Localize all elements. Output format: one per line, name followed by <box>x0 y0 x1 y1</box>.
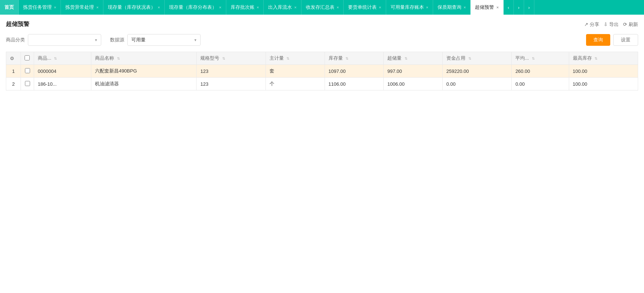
nav-label-order-stats: 要货单统计表 <box>348 4 377 11</box>
cell-max-0: 100.00 <box>569 65 638 78</box>
nav-close-overstock[interactable]: × <box>496 5 498 10</box>
sort-icon-max: ⇅ <box>594 56 597 60</box>
cell-num-1: 2 <box>6 78 21 90</box>
data-table: ⚙ 商品... ⇅ 商品名称 ⇅ 规格型号 ⇅ 主计量 <box>6 52 638 90</box>
nav-label-exception: 拣货异常处理 <box>65 4 94 11</box>
nav-item-inout-flow[interactable]: 出入库流水 × <box>264 0 301 15</box>
nav-label-overstock: 超储预警 <box>475 4 494 11</box>
col-max[interactable]: 最高库存 ⇅ <box>569 52 638 65</box>
nav-item-summary[interactable]: 收发存汇总表 × <box>301 0 344 15</box>
page-title: 超储预警 <box>6 21 29 28</box>
col-settings[interactable]: ⚙ <box>6 52 21 65</box>
col-capital[interactable]: 资金占用 ⇅ <box>443 52 512 65</box>
select-all-checkbox[interactable] <box>25 55 30 60</box>
nav-item-available-book[interactable]: 可用量库存账本 × <box>386 0 433 15</box>
category-select-arrow: ▾ <box>95 38 97 42</box>
col-spec[interactable]: 规格型号 ⇅ <box>197 52 266 65</box>
nav-label-batch-account: 库存批次账 <box>231 4 255 11</box>
nav-item-home[interactable]: 首页 <box>0 0 19 15</box>
settings-button[interactable]: 设置 <box>613 34 638 46</box>
cell-code-1: 186-10... <box>34 78 91 90</box>
nav-label-task-mgmt: 拣货任务管理 <box>23 4 52 11</box>
cell-max-1: 100.00 <box>569 78 638 90</box>
cell-num-0: 1 <box>6 65 21 78</box>
col-stock[interactable]: 库存量 ⇅ <box>325 52 384 65</box>
gear-icon: ⚙ <box>10 56 14 61</box>
cell-overstock-1: 1006.00 <box>384 78 443 90</box>
col-max-label: 最高库存 <box>573 55 592 61</box>
query-button[interactable]: 查询 <box>586 34 610 46</box>
nav-item-expiry[interactable]: 保质期查询 × <box>433 0 471 15</box>
nav-close-expiry[interactable]: × <box>464 5 466 10</box>
cell-spec-0: 123 <box>197 65 266 78</box>
col-name[interactable]: 商品名称 ⇅ <box>91 52 197 65</box>
refresh-button[interactable]: ⟳ 刷新 <box>623 21 638 28</box>
nav-close-task-mgmt[interactable]: × <box>54 5 56 10</box>
nav-close-inout-flow[interactable]: × <box>294 5 296 10</box>
row-checkbox-0[interactable] <box>25 68 30 73</box>
sort-icon-avg: ⇅ <box>532 56 535 60</box>
nav-close-available-book[interactable]: × <box>426 5 428 10</box>
sort-icon-capital: ⇅ <box>468 56 471 60</box>
nav-close-exception[interactable]: × <box>96 5 98 10</box>
table-header-row: ⚙ 商品... ⇅ 商品名称 ⇅ 规格型号 ⇅ 主计量 <box>6 52 638 65</box>
nav-prev-arrow[interactable]: ‹ <box>504 0 514 15</box>
nav-more-arrow[interactable]: › <box>524 0 534 15</box>
nav-item-exception[interactable]: 拣货异常处理 × <box>61 0 103 15</box>
nav-item-task-mgmt[interactable]: 拣货任务管理 × <box>19 0 61 15</box>
nav-close-stock-dist[interactable]: × <box>219 5 221 10</box>
nav-item-batch-account[interactable]: 库存批次账 × <box>226 0 264 15</box>
nav-label-available-book: 可用量库存账本 <box>391 4 424 11</box>
nav-item-stock-dist[interactable]: 现存量（库存分布表） × <box>165 0 226 15</box>
col-code-label: 商品... <box>38 55 51 61</box>
col-avg-label: 平均... <box>515 55 529 61</box>
table-body: 1 0000004 六配套新昌490BPG 123 套 1097.00 997.… <box>6 65 638 90</box>
cell-overstock-0: 997.00 <box>384 65 443 78</box>
nav-item-overstock[interactable]: 超储预警 × <box>471 0 503 15</box>
cell-capital-0: 259220.00 <box>443 65 512 78</box>
export-icon: ⇩ <box>604 22 608 27</box>
col-spec-label: 规格型号 <box>200 55 219 61</box>
share-label: 分享 <box>590 21 599 28</box>
col-unit-label: 主计量 <box>270 55 284 61</box>
nav-label-summary: 收发存汇总表 <box>306 4 334 11</box>
cell-capital-1: 0.00 <box>443 78 512 90</box>
col-name-label: 商品名称 <box>95 55 114 61</box>
cell-checkbox-1[interactable] <box>21 78 34 90</box>
col-code[interactable]: 商品... ⇅ <box>34 52 91 65</box>
table-row: 2 186-10... 机油滤清器 123 个 1106.00 1006.00 … <box>6 78 638 90</box>
export-label: 导出 <box>609 21 619 28</box>
nav-label-home: 首页 <box>4 4 14 11</box>
table-row: 1 0000004 六配套新昌490BPG 123 套 1097.00 997.… <box>6 65 638 78</box>
filter-buttons: 查询 设置 <box>586 34 638 46</box>
category-select[interactable]: ▾ <box>28 34 101 46</box>
page-container: 超储预警 ↗ 分享 ⇩ 导出 ⟳ 刷新 商品分类 ▾ 数据源 <box>0 15 644 293</box>
nav-close-batch-account[interactable]: × <box>257 5 259 10</box>
nav-item-order-stats[interactable]: 要货单统计表 × <box>344 0 386 15</box>
col-avg[interactable]: 平均... ⇅ <box>512 52 569 65</box>
share-button[interactable]: ↗ 分享 <box>584 21 599 28</box>
cell-stock-0: 1097.00 <box>325 65 384 78</box>
nav-close-stock-status[interactable]: × <box>158 5 160 10</box>
nav-next-arrow[interactable]: › <box>514 0 524 15</box>
nav-close-order-stats[interactable]: × <box>379 5 381 10</box>
refresh-label: 刷新 <box>629 21 638 28</box>
datasource-filter-item: 数据源 可用量 ▾ <box>110 34 201 46</box>
cell-avg-0: 260.00 <box>512 65 569 78</box>
cell-stock-1: 1106.00 <box>325 78 384 90</box>
category-filter-item: 商品分类 ▾ <box>6 34 101 46</box>
nav-close-summary[interactable]: × <box>337 5 339 10</box>
export-button[interactable]: ⇩ 导出 <box>604 21 619 28</box>
category-filter-label: 商品分类 <box>6 37 25 43</box>
sort-icon-stock: ⇅ <box>345 56 348 60</box>
cell-unit-1: 个 <box>266 78 325 90</box>
col-overstock[interactable]: 超储量 ⇅ <box>384 52 443 65</box>
row-checkbox-1[interactable] <box>25 81 30 86</box>
col-unit[interactable]: 主计量 ⇅ <box>266 52 325 65</box>
datasource-select[interactable]: 可用量 ▾ <box>127 34 201 46</box>
cell-spec-1: 123 <box>197 78 266 90</box>
datasource-filter-label: 数据源 <box>110 37 124 43</box>
cell-checkbox-0[interactable] <box>21 65 34 78</box>
share-icon: ↗ <box>584 22 588 27</box>
nav-item-stock-status[interactable]: 现存量（库存状况表） × <box>103 0 165 15</box>
